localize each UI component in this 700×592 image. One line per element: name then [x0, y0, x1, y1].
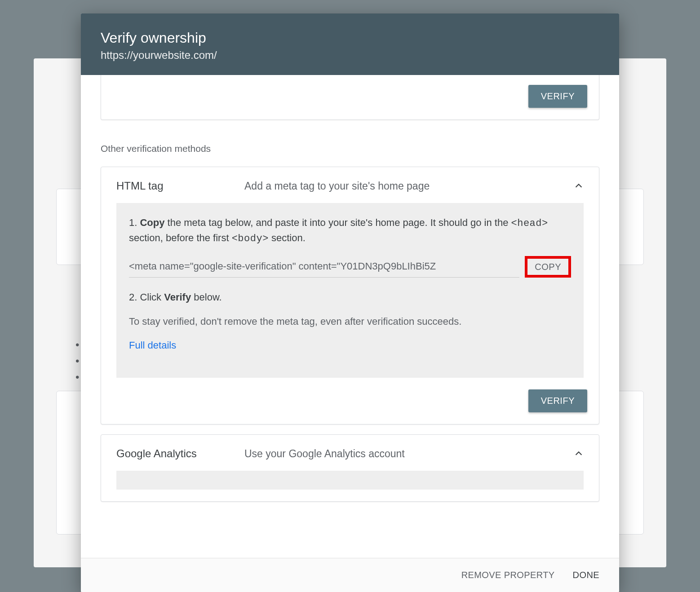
recommended-method-card: VERIFY [101, 75, 599, 120]
chevron-up-icon [574, 449, 584, 459]
stay-verified-note: To stay verified, don't remove the meta … [129, 314, 571, 329]
html-tag-instructions: 1. Copy the meta tag below, and paste it… [116, 203, 584, 378]
full-details-link[interactable]: Full details [129, 340, 176, 351]
modal-title: Verify ownership [101, 30, 599, 46]
ga-instructions [116, 471, 584, 490]
meta-tag-input[interactable] [129, 256, 519, 278]
modal-body: VERIFY Other verification methods HTML t… [81, 75, 619, 558]
other-methods-label: Other verification methods [101, 130, 599, 157]
verify-button[interactable]: VERIFY [528, 85, 587, 108]
modal-footer: REMOVE PROPERTY DONE [81, 558, 619, 592]
html-tag-card: HTML tag Add a meta tag to your site's h… [101, 167, 599, 424]
done-button[interactable]: DONE [573, 570, 599, 580]
method-name: Google Analytics [116, 447, 235, 460]
method-description: Add a meta tag to your site's home page [244, 180, 565, 192]
copy-button-highlight: COPY [525, 256, 571, 278]
remove-property-button[interactable]: REMOVE PROPERTY [461, 570, 555, 580]
method-name: HTML tag [116, 180, 235, 192]
chevron-up-icon [574, 181, 584, 191]
google-analytics-card: Google Analytics Use your Google Analyti… [101, 434, 599, 502]
verify-ownership-modal: Verify ownership https://yourwebsite.com… [81, 13, 619, 592]
step-2: 2. Click Verify below. [129, 290, 571, 305]
modal-header: Verify ownership https://yourwebsite.com… [81, 13, 619, 75]
verify-button[interactable]: VERIFY [528, 389, 587, 412]
meta-tag-row: COPY [129, 256, 571, 278]
method-description: Use your Google Analytics account [244, 448, 565, 460]
html-tag-expander-header[interactable]: HTML tag Add a meta tag to your site's h… [101, 167, 599, 203]
copy-button[interactable]: COPY [528, 262, 567, 272]
step-1: 1. Copy the meta tag below, and paste it… [129, 216, 571, 246]
background-bullets: ••• [75, 337, 79, 385]
ga-expander-header[interactable]: Google Analytics Use your Google Analyti… [101, 435, 599, 471]
modal-subtitle: https://yourwebsite.com/ [101, 49, 599, 62]
